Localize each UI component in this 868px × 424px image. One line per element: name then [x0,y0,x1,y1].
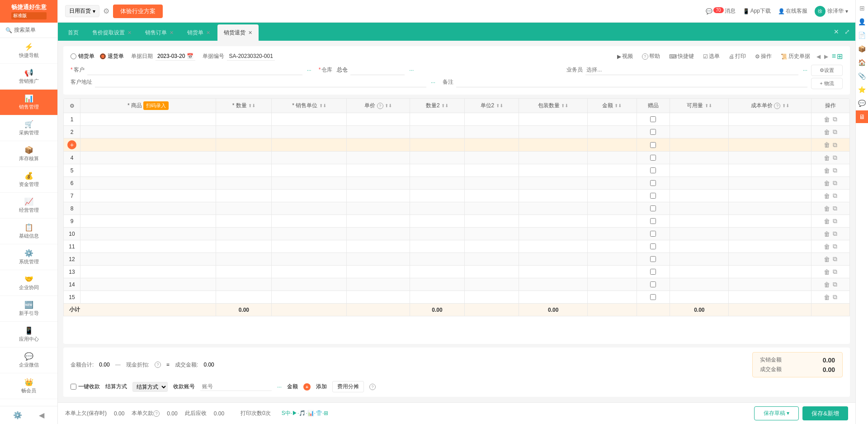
cost-price-cell-9[interactable] [729,215,811,228]
rp-icon-4[interactable]: 📦 [856,43,868,55]
gift-cell-14[interactable] [637,278,670,291]
copy-btn-9[interactable]: ⧉ [833,217,837,225]
tab-close-sale-return[interactable]: ✕ [248,30,252,36]
qty-cell-9[interactable] [216,215,272,228]
pack-qty-cell-9[interactable] [519,215,588,228]
cost-price-cell-8[interactable] [729,202,811,215]
copy-btn-7[interactable]: ⧉ [833,192,837,200]
amount-cell-2[interactable] [588,126,637,138]
unit2-cell-12[interactable] [464,253,519,266]
help-btn[interactable]: ? 帮助 [639,52,663,61]
price-cell-9[interactable] [347,215,410,228]
qty-cell-7[interactable] [216,190,272,202]
rp-icon-8[interactable]: 💬 [856,97,868,110]
history-btn[interactable]: 📜 历史单据 [778,52,813,61]
sidebar-item-operation[interactable]: 📈 经营管理 [0,193,57,219]
copy-btn-13[interactable]: ⧉ [833,268,837,276]
sale-unit-cell-8[interactable] [272,202,347,215]
cost-price-cell-2[interactable] [729,126,811,138]
product-cell-14[interactable] [80,278,216,291]
available-cell-1[interactable] [670,113,729,126]
delete-btn-5[interactable]: 🗑 [824,167,830,174]
date-input-container[interactable]: 2023-03-20 📅 [156,52,195,61]
sale-unit-cell-5[interactable] [272,164,347,177]
gift-cell-5[interactable] [637,164,670,177]
amount-cell-3[interactable] [588,138,637,152]
sale-unit-cell-11[interactable] [272,240,347,253]
qty-cell-13[interactable] [216,266,272,278]
product-cell-10[interactable] [80,228,216,240]
sale-unit-cell-2[interactable] [272,126,347,138]
sidebar-item-sales[interactable]: 📊 销售管理 [0,90,57,115]
ellipsis-btn[interactable]: ··· [277,384,282,390]
gift-cell-8[interactable] [637,202,670,215]
sale-unit-cell-6[interactable] [272,177,347,190]
unit2-cell-11[interactable] [464,240,519,253]
gift-cell-11[interactable] [637,240,670,253]
qty2-cell-3[interactable] [410,138,465,152]
delete-btn-15[interactable]: 🗑 [824,293,830,301]
qty-cell-3[interactable] [216,138,272,152]
gift-cell-15[interactable] [637,291,670,304]
rp-icon-7[interactable]: ⭐ [856,83,868,96]
grid-view-icon[interactable]: ⊞ [837,52,843,61]
qty-cell-11[interactable] [216,240,272,253]
product-cell-8[interactable] [80,202,216,215]
pack-qty-cell-1[interactable] [519,113,588,126]
unit2-cell-9[interactable] [464,215,519,228]
qty-cell-2[interactable] [216,126,272,138]
pack-qty-cell-13[interactable] [519,266,588,278]
col-gear[interactable]: ⚙ [64,99,80,113]
rp-icon-2[interactable]: 👤 [856,15,868,28]
settings-icon[interactable]: ⚙️ [13,411,22,419]
product-cell-6[interactable] [80,177,216,190]
copy-btn-15[interactable]: ⧉ [833,293,837,301]
amount-cell-9[interactable] [588,215,637,228]
qty-cell-6[interactable] [216,177,272,190]
delete-btn-3[interactable]: 🗑 [824,141,830,149]
shortcut-btn[interactable]: ⌨ 快捷键 [666,52,697,61]
category-selector[interactable]: 日用百货 ▾ [65,5,99,17]
copy-btn-6[interactable]: ⧉ [833,179,837,187]
sale-unit-cell-15[interactable] [272,291,347,304]
pack-qty-cell-8[interactable] [519,202,588,215]
cost-price-cell-1[interactable] [729,113,811,126]
qty2-cell-6[interactable] [410,177,465,190]
sale-unit-cell-4[interactable] [272,152,347,164]
amount-cell-8[interactable] [588,202,637,215]
unit2-cell-2[interactable] [464,126,519,138]
copy-btn-3[interactable]: ⧉ [833,141,837,149]
product-cell-11[interactable] [80,240,216,253]
qty2-cell-2[interactable] [410,126,465,138]
settings-gear-icon[interactable]: ⚙ [103,7,109,15]
copy-btn-8[interactable]: ⧉ [833,205,837,212]
available-cell-6[interactable] [670,177,729,190]
available-cell-9[interactable] [670,215,729,228]
sale-unit-cell-9[interactable] [272,215,347,228]
tab-sale-price[interactable]: 售价提取设置 ✕ [86,24,138,41]
delete-btn-11[interactable]: 🗑 [824,243,830,250]
expense-split-btn[interactable]: 费用分摊 [332,381,364,392]
user-menu[interactable]: 徐 徐泽华 ▾ [815,6,848,17]
delete-btn-14[interactable]: 🗑 [824,281,830,288]
delete-btn-6[interactable]: 🗑 [824,179,830,187]
tab-sale-return[interactable]: 销货退货 ✕ [217,24,259,41]
copy-btn-5[interactable]: ⧉ [833,167,837,174]
unit2-cell-8[interactable] [464,202,519,215]
price-cell-2[interactable] [347,126,410,138]
sidebar-item-appstore[interactable]: 📱 应用中心 [0,322,57,348]
sidebar-item-member[interactable]: 👑 畅会员 [0,373,57,399]
warehouse-more-btn[interactable]: ··· [409,67,414,73]
cost-price-cell-3[interactable] [729,138,811,152]
delete-btn-7[interactable]: 🗑 [824,192,830,200]
product-cell-4[interactable] [80,152,216,164]
add-row-btn[interactable]: + [67,140,76,149]
delete-btn-12[interactable]: 🗑 [824,255,830,263]
product-cell-12[interactable] [80,253,216,266]
amount-cell-13[interactable] [588,266,637,278]
delete-btn-9[interactable]: 🗑 [824,217,830,225]
product-cell-9[interactable] [80,215,216,228]
copy-btn-2[interactable]: ⧉ [833,128,837,136]
gift-cell-6[interactable] [637,177,670,190]
delete-btn-10[interactable]: 🗑 [824,230,830,238]
